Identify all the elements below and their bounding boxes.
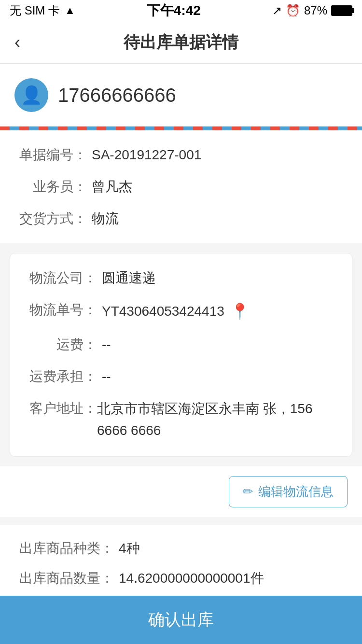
- edit-icon: ✏: [243, 484, 253, 499]
- battery-icon: [331, 5, 352, 16]
- confirm-btn-text: 确认出库: [148, 609, 214, 631]
- logistics-card: 物流公司： 圆通速递 物流单号： YT43064053424413 📍 运费： …: [10, 253, 352, 457]
- dashed-divider: [0, 126, 362, 130]
- tracking-row: 物流单号： YT43064053424413 📍: [25, 300, 337, 323]
- carrier-text: 无 SIM 卡: [10, 3, 60, 18]
- order-info-section: 单据编号： SA-20191227-001 业务员： 曾凡杰 交货方式： 物流: [0, 130, 362, 243]
- section-divider: [0, 517, 362, 525]
- goods-types-value: 4种: [119, 539, 140, 558]
- user-phone: 17666666666: [58, 84, 176, 106]
- confirm-outbound-button[interactable]: 确认出库: [0, 596, 362, 644]
- freight-bearer-label: 运费承担：: [25, 366, 97, 387]
- tracking-label: 物流单号：: [25, 300, 97, 320]
- delivery-method-row: 交货方式： 物流: [19, 209, 343, 229]
- page-title: 待出库单据详情: [124, 31, 238, 54]
- address-row: 客户地址： 北京市市辖区海淀区永丰南 张，156 6666 6666: [25, 398, 337, 442]
- location-status-icon: ↗: [272, 4, 282, 17]
- edit-btn-label: 编辑物流信息: [258, 483, 334, 500]
- order-no-row: 单据编号： SA-20191227-001: [19, 145, 343, 165]
- logistics-company-row: 物流公司： 圆通速递: [25, 268, 337, 288]
- goods-types-label: 出库商品种类：: [19, 539, 114, 558]
- battery-percent: 87%: [304, 4, 327, 17]
- freight-bearer-row: 运费承担： --: [25, 366, 337, 387]
- status-right: ↗ ⏰ 87%: [272, 4, 352, 17]
- logistics-company-label: 物流公司：: [25, 268, 97, 288]
- status-bar: 无 SIM 卡 ▲ 下午4:42 ↗ ⏰ 87%: [0, 0, 362, 21]
- salesperson-value: 曾凡杰: [92, 177, 343, 197]
- freight-value: --: [102, 335, 337, 355]
- status-time: 下午4:42: [147, 1, 201, 20]
- freight-bearer-value: --: [102, 366, 337, 387]
- back-button[interactable]: ‹: [14, 32, 20, 53]
- salesperson-label: 业务员：: [19, 177, 87, 197]
- map-pin-icon[interactable]: 📍: [230, 300, 250, 323]
- wifi-icon: ▲: [65, 4, 75, 17]
- edit-btn-row: ✏ 编辑物流信息: [0, 466, 362, 517]
- status-left: 无 SIM 卡 ▲: [10, 3, 75, 18]
- freight-label: 运费：: [25, 335, 97, 355]
- main-content: 👤 17666666666 单据编号： SA-20191227-001 业务员：…: [0, 64, 362, 644]
- tracking-number-text: YT43064053424413: [102, 301, 224, 322]
- user-card: 👤 17666666666: [0, 64, 362, 126]
- avatar: 👤: [14, 78, 48, 112]
- goods-section: 出库商品种类： 4种 出库商品数量： 14.620000000000001件: [0, 525, 362, 602]
- goods-quantity-value: 14.620000000000001件: [119, 569, 264, 588]
- address-label: 客户地址：: [25, 398, 97, 419]
- address-value: 北京市市辖区海淀区永丰南 张，156 6666 6666: [97, 398, 337, 442]
- avatar-icon: 👤: [21, 85, 42, 105]
- tracking-value: YT43064053424413 📍: [102, 300, 337, 323]
- salesperson-row: 业务员： 曾凡杰: [19, 177, 343, 197]
- delivery-method-value: 物流: [92, 209, 343, 229]
- alarm-icon: ⏰: [286, 4, 300, 17]
- edit-logistics-button[interactable]: ✏ 编辑物流信息: [229, 476, 348, 507]
- goods-quantity-row: 出库商品数量： 14.620000000000001件: [19, 569, 343, 588]
- logistics-company-value: 圆通速递: [102, 268, 337, 288]
- goods-quantity-label: 出库商品数量：: [19, 569, 114, 588]
- order-no-label: 单据编号：: [19, 145, 87, 165]
- nav-bar: ‹ 待出库单据详情: [0, 21, 362, 64]
- goods-types-row: 出库商品种类： 4种: [19, 539, 343, 558]
- delivery-method-label: 交货方式：: [19, 209, 87, 229]
- freight-row: 运费： --: [25, 335, 337, 355]
- order-no-value: SA-20191227-001: [92, 145, 343, 165]
